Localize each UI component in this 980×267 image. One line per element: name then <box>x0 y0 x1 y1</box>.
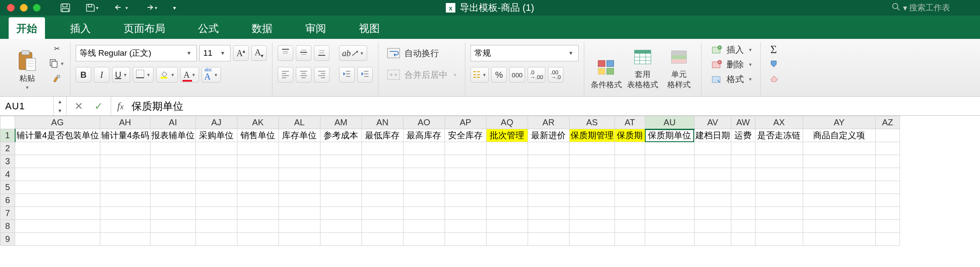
cell[interactable] <box>875 194 900 207</box>
cell[interactable] <box>803 155 875 168</box>
cell[interactable] <box>237 168 279 181</box>
cell[interactable] <box>875 181 900 194</box>
cell[interactable] <box>362 168 403 181</box>
column-header[interactable]: AU <box>645 116 694 129</box>
cell[interactable] <box>320 220 362 233</box>
cell[interactable]: 是否走冻链 <box>755 129 803 142</box>
row-header[interactable]: 7 <box>0 207 15 220</box>
number-format-combo[interactable]: 常规▼ <box>471 45 579 61</box>
cell[interactable]: 最高库存 <box>403 129 445 142</box>
cell[interactable] <box>195 181 237 194</box>
fx-icon[interactable]: fx <box>111 100 130 112</box>
tab-page-layout[interactable]: 页面布局 <box>116 17 173 39</box>
italic-button[interactable]: I <box>94 67 109 83</box>
cell[interactable] <box>15 220 100 233</box>
row-header[interactable]: 6 <box>0 194 15 207</box>
border-button[interactable]: ▼ <box>133 67 154 83</box>
cell[interactable] <box>195 233 237 246</box>
cell[interactable] <box>100 220 150 233</box>
cell[interactable] <box>237 155 279 168</box>
cell[interactable] <box>320 155 362 168</box>
column-header[interactable]: AH <box>100 116 150 129</box>
cell[interactable] <box>320 207 362 220</box>
cell[interactable] <box>362 142 403 155</box>
cell[interactable] <box>320 233 362 246</box>
cell[interactable] <box>100 207 150 220</box>
cell[interactable] <box>15 142 100 155</box>
cell[interactable]: 辅计量4是否包装单位 <box>15 129 100 142</box>
insert-cells-button[interactable]: + 插入▼ <box>707 42 755 57</box>
cell[interactable] <box>100 142 150 155</box>
cell[interactable] <box>279 155 320 168</box>
column-header[interactable]: AG <box>15 116 100 129</box>
cell[interactable] <box>615 207 645 220</box>
row-header[interactable]: 1 <box>0 129 15 142</box>
cell[interactable] <box>362 155 403 168</box>
underline-button[interactable]: U▼ <box>112 67 130 83</box>
align-middle-button[interactable] <box>296 45 311 61</box>
cell[interactable] <box>279 194 320 207</box>
cell[interactable] <box>237 220 279 233</box>
cell[interactable] <box>569 220 615 233</box>
cell[interactable] <box>731 142 755 155</box>
cell[interactable] <box>528 142 569 155</box>
cell[interactable] <box>615 220 645 233</box>
align-left-button[interactable] <box>278 67 293 83</box>
phonetic-button[interactable]: abcA▼ <box>202 67 221 83</box>
tab-review[interactable]: 审阅 <box>298 17 334 39</box>
cell[interactable] <box>528 181 569 194</box>
cell[interactable] <box>528 194 569 207</box>
cell[interactable] <box>150 155 195 168</box>
cell[interactable] <box>320 181 362 194</box>
decrease-font-size-button[interactable]: A▾ <box>251 45 267 61</box>
cell[interactable] <box>803 168 875 181</box>
cell[interactable] <box>755 233 803 246</box>
cell[interactable] <box>237 233 279 246</box>
cell[interactable] <box>279 220 320 233</box>
cell[interactable] <box>731 207 755 220</box>
paste-button[interactable]: 粘贴 ▼ <box>10 42 44 90</box>
cell[interactable] <box>15 207 100 220</box>
cell[interactable] <box>362 220 403 233</box>
align-right-button[interactable] <box>314 67 330 83</box>
cell[interactable] <box>731 155 755 168</box>
confirm-formula-button[interactable]: ✓ <box>94 100 103 112</box>
minimize-window-button[interactable] <box>20 4 28 12</box>
cell[interactable] <box>694 155 731 168</box>
increase-font-size-button[interactable]: A▴ <box>233 45 249 61</box>
row-header[interactable]: 5 <box>0 181 15 194</box>
cell[interactable] <box>279 181 320 194</box>
cell[interactable] <box>694 194 731 207</box>
spreadsheet-grid[interactable]: AGAHAIAJAKALAMANAOAPAQARASATAUAVAWAXAYAZ… <box>0 116 980 267</box>
redo-icon[interactable]: ▾ <box>144 4 157 12</box>
cell[interactable] <box>445 207 486 220</box>
cell[interactable] <box>15 168 100 181</box>
close-window-button[interactable] <box>7 4 15 12</box>
formula-input[interactable] <box>130 100 980 112</box>
cell[interactable] <box>320 142 362 155</box>
cell[interactable]: 采购单位 <box>195 129 237 142</box>
cell[interactable]: 参考成本 <box>320 129 362 142</box>
cell[interactable] <box>528 168 569 181</box>
cell[interactable] <box>320 194 362 207</box>
maximize-window-button[interactable] <box>33 4 41 12</box>
cell[interactable] <box>403 220 445 233</box>
cell[interactable] <box>731 233 755 246</box>
row-header[interactable]: 2 <box>0 142 15 155</box>
column-header[interactable]: AV <box>694 116 731 129</box>
cell[interactable] <box>731 194 755 207</box>
cell[interactable] <box>755 207 803 220</box>
cell[interactable] <box>15 194 100 207</box>
cell[interactable] <box>362 207 403 220</box>
cell[interactable]: 建档日期 <box>694 129 731 142</box>
cell[interactable] <box>875 220 900 233</box>
cancel-formula-button[interactable]: ✕ <box>74 100 83 112</box>
tab-view[interactable]: 视图 <box>351 17 388 39</box>
cell[interactable] <box>645 155 694 168</box>
cell[interactable] <box>755 168 803 181</box>
format-as-table-button[interactable]: 套用 表格格式 <box>626 42 660 90</box>
cell[interactable] <box>320 168 362 181</box>
cell[interactable]: 销售单位 <box>237 129 279 142</box>
cell[interactable] <box>362 181 403 194</box>
cell[interactable] <box>279 168 320 181</box>
